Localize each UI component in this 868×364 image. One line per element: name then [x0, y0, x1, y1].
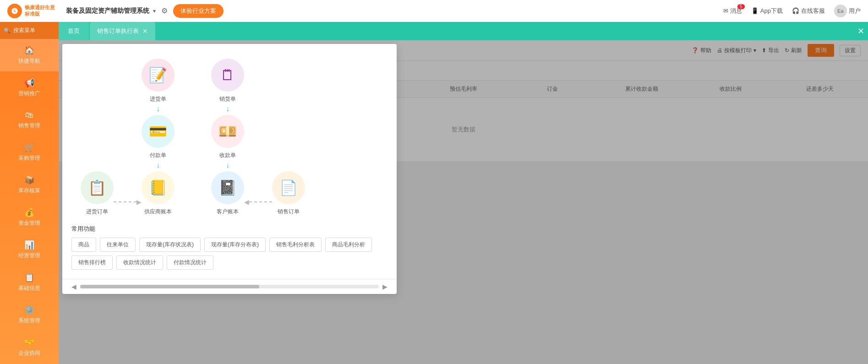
flow-label-receipt: 收款单 [219, 152, 236, 159]
func-button-4[interactable]: 销售毛利分析表 [269, 238, 322, 252]
top-bar: 6 畅康通好生意 标准版 装备及固定资产辅助管理系统 ▾ ⚙ 体验行业方案 ✉ … [0, 0, 868, 22]
main-body: 🔍 搜索菜单 🏠快捷导航📢营销推广🛍销售管理🛒采购管理📦库存核算💰资金管理📊经营… [0, 22, 868, 364]
func-button-0[interactable]: 商品 [71, 238, 96, 252]
tab-bar: 首页 销售订单执行表 ✕ ✕ [59, 22, 868, 40]
headset-icon: 🎧 [792, 7, 799, 14]
sidebar-label-purchase: 采购管理 [18, 154, 40, 162]
tab-sales-exec[interactable]: 销售订单执行表 ✕ [90, 22, 155, 40]
flow-label-customer-ledger: 客户账本 [217, 208, 239, 216]
online-service-button[interactable]: 🎧 在线客服 [792, 7, 825, 15]
func-buttons-row1: 商品往来单位现存量(库存状况表)现存量(库存分布表)销售毛利分析表商品毛利分析销… [71, 238, 388, 270]
func-button-5[interactable]: 商品毛利分析 [325, 238, 372, 252]
sidebar-icon-inventory: 📦 [24, 175, 34, 185]
sidebar-item-operations[interactable]: 📊经营管理 [0, 234, 59, 266]
arrow-down-payment: ↓ [156, 161, 160, 169]
sidebar-icon-marketing: 📢 [24, 78, 34, 88]
flow-node-purchase-bill[interactable]: 📝 进货单 [142, 59, 175, 103]
func-button-7[interactable]: 收款情况统计 [116, 255, 163, 270]
flow-node-customer-ledger[interactable]: 📓 客户账本 [211, 171, 244, 216]
settings-gear-button[interactable]: ⚙ [161, 6, 168, 15]
message-badge: 5 [737, 4, 745, 9]
flow-circle-receipt: 💴 [211, 115, 244, 148]
sidebar-icon-quick-nav: 🏠 [24, 45, 34, 55]
sidebar-item-inventory[interactable]: 📦库存核算 [0, 168, 59, 201]
sidebar-item-sales[interactable]: 🛍销售管理 [0, 104, 59, 136]
func-button-6[interactable]: 销售排行榜 [71, 255, 113, 270]
scroll-right-button[interactable]: ▶ [382, 283, 388, 290]
sidebar-item-purchase[interactable]: 🛒采购管理 [0, 136, 59, 168]
sidebar-item-system[interactable]: ⚙️系统管理 [0, 299, 59, 331]
phone-icon: 📱 [751, 7, 759, 14]
flow-node-purchase-order[interactable]: 📋 进货订单 [81, 171, 114, 216]
flow-circle-supplier-ledger: 📒 [142, 171, 175, 204]
sidebar-item-finance[interactable]: 💰资金管理 [0, 201, 59, 234]
sidebar-label-cooperation: 企业协同 [18, 349, 40, 357]
sidebar-label-base-info: 基础信息 [18, 284, 40, 292]
flow-circle-sale-order: 📄 [272, 171, 305, 204]
func-button-2[interactable]: 现存量(库存状况表) [139, 238, 201, 252]
sidebar-icon-base-info: 📋 [24, 272, 34, 283]
func-button-3[interactable]: 现存量(库存分布表) [204, 238, 266, 252]
page-content: ❓ 帮助 🖨 按模板打印 ▾ ⬆ 导出 ↻ 刷新 [59, 40, 868, 364]
sidebar-label-system: 系统管理 [18, 317, 40, 325]
sidebar-label-inventory: 库存核算 [18, 187, 40, 195]
flow-node-sale-bill[interactable]: 🗒 销货单 [211, 59, 244, 103]
dialog-box: 📋 进货订单 ▶ [62, 44, 397, 294]
flow-label-supplier-ledger: 供应商账本 [144, 208, 172, 216]
scroll-area: ◀ ▶ [62, 279, 397, 294]
flow-node-receipt[interactable]: 💴 收款单 [211, 115, 244, 159]
flow-node-payment[interactable]: 💳 付款单 [142, 115, 175, 159]
arrow-down-purchase: ↓ [156, 105, 160, 113]
flow-node-sale-order[interactable]: 📄 销售订单 [272, 171, 305, 216]
logo-icon: 6 [7, 4, 22, 18]
func-button-8[interactable]: 付款情况统计 [167, 255, 213, 270]
scroll-thumb [80, 285, 259, 288]
sidebar-label-finance: 资金管理 [18, 219, 40, 227]
content-area: 首页 销售订单执行表 ✕ ✕ ❓ 帮助 🖨 [59, 22, 868, 364]
flow-circle-customer-ledger: 📓 [211, 171, 244, 204]
tab-bar-right: ✕ [857, 26, 868, 36]
sidebar-label-quick-nav: 快捷导航 [18, 57, 40, 65]
sidebar-item-cooperation[interactable]: 🤝企业协同 [0, 331, 59, 364]
sidebar-item-quick-nav[interactable]: 🏠快捷导航 [0, 39, 59, 71]
flow-label-purchase-order: 进货订单 [86, 208, 108, 216]
search-icon: 🔍 [4, 27, 11, 34]
system-title-area: 装备及固定资产辅助管理系统 ▾ ⚙ [66, 6, 168, 15]
sidebar-icon-cooperation: 🤝 [24, 337, 34, 348]
flow-circle-purchase-order: 📋 [81, 171, 114, 204]
message-button[interactable]: ✉ 消息 5 [723, 7, 742, 15]
sidebar-icon-system: ⚙️ [24, 305, 34, 315]
common-funcs-section: 常用功能 商品往来单位现存量(库存状况表)现存量(库存分布表)销售毛利分析表商品… [62, 225, 397, 279]
avatar: Ea [834, 5, 847, 17]
app-download-button[interactable]: 📱 App下载 [751, 7, 783, 15]
sidebar-icon-purchase: 🛒 [24, 142, 34, 152]
logo-text: 畅康通好生意 标准版 [25, 5, 55, 16]
sidebar-icon-finance: 💰 [24, 207, 34, 217]
system-dropdown-button[interactable]: ▾ [153, 8, 156, 14]
sidebar-label-operations: 经营管理 [18, 252, 40, 260]
user-button[interactable]: Ea 用户 [834, 5, 861, 17]
flow-label-sale-order: 销售订单 [278, 208, 300, 216]
sidebar-label-marketing: 营销推广 [18, 90, 40, 98]
scroll-track[interactable] [80, 285, 379, 288]
arrow-down-sale: ↓ [226, 105, 229, 113]
common-funcs-title: 常用功能 [71, 225, 388, 233]
flow-circle-sale-bill: 🗒 [211, 59, 244, 92]
tab-close-button[interactable]: ✕ [142, 27, 148, 35]
arrow-down-receipt: ↓ [226, 161, 229, 169]
tab-home[interactable]: 首页 [59, 22, 89, 40]
flow-area: 📋 进货订单 ▶ [62, 44, 397, 225]
sidebar-icon-operations: 📊 [24, 240, 34, 250]
sidebar-item-marketing[interactable]: 📢营销推广 [0, 71, 59, 104]
func-button-1[interactable]: 往来单位 [100, 238, 136, 252]
sidebar-item-base-info[interactable]: 📋基础信息 [0, 266, 59, 299]
logo-area: 6 畅康通好生意 标准版 [7, 4, 62, 18]
flow-node-supplier-ledger[interactable]: 📒 供应商账本 [142, 171, 175, 216]
trial-button[interactable]: 体验行业方案 [173, 4, 224, 18]
scroll-left-button[interactable]: ◀ [71, 283, 76, 290]
flow-circle-purchase-bill: 📝 [142, 59, 175, 92]
sidebar-search[interactable]: 🔍 搜索菜单 [0, 22, 59, 39]
sidebar-label-sales: 销售管理 [18, 122, 40, 130]
flow-circle-payment: 💳 [142, 115, 175, 148]
tab-collapse-button[interactable]: ✕ [857, 26, 864, 36]
